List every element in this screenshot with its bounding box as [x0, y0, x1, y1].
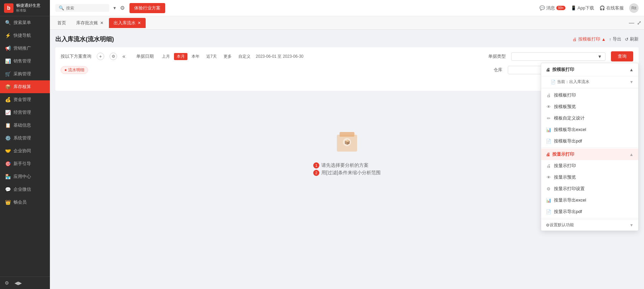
tab-inventory-batch[interactable]: 库存批次账 ✕ [71, 18, 108, 28]
sidebar-item-enterprise[interactable]: 🤝 企业协同 [0, 144, 50, 157]
date-btn-custom[interactable]: 自定义 [236, 53, 253, 60]
dropdown-item-display-print[interactable]: 🖨 按显示打印 [541, 160, 638, 172]
sidebar-item-basic[interactable]: 📋 基础信息 [0, 119, 50, 132]
dropdown-item-template-custom[interactable]: ✏ 模板自定义设计 [541, 112, 638, 124]
tab-inventory-batch-close[interactable]: ✕ [100, 21, 104, 25]
topbar-settings-icon[interactable]: ⚙ [120, 5, 125, 11]
sidebar-item-operations[interactable]: 📈 经营管理 [0, 106, 50, 119]
date-btn-last-month[interactable]: 上月 [159, 53, 173, 60]
export-label: 导出 [613, 36, 621, 42]
sidebar-item-wechat[interactable]: 💬 企业微信 [0, 183, 50, 196]
sidebar-item-system[interactable]: ⚙️ 系统管理 [0, 132, 50, 144]
sidebar-item-inventory[interactable]: 📦 库存核算 [0, 80, 50, 93]
template-custom-icon: ✏ [546, 115, 551, 121]
basic-icon: 📋 [5, 122, 11, 128]
query-btn[interactable]: 查询 [611, 51, 633, 61]
online-service-btn[interactable]: 🎧 在线客服 [599, 5, 624, 11]
refresh-btn[interactable]: ↺ 刷新 [625, 36, 639, 42]
message-icon: 💬 [539, 5, 545, 10]
dropdown-item-display-excel[interactable]: 📊 按显示导出excel [541, 194, 638, 206]
online-service-label: 在线客服 [606, 5, 624, 11]
divider-1 [541, 88, 638, 89]
filter-collapse-icon[interactable]: « [122, 53, 125, 59]
sidebar-label-inventory: 库存核算 [13, 84, 31, 90]
empty-tip-1: 1 请先选择要分析的方案 [313, 162, 381, 168]
topbar-search-input[interactable] [66, 6, 106, 10]
settings-bottom-icon[interactable]: ⚙ [5, 280, 9, 286]
sidebar-item-app-center[interactable]: 🏪 应用中心 [0, 170, 50, 183]
dropdown-panel-header: 🖨 按模板打印 ▲ [541, 63, 638, 76]
sidebar-logo: b 畅捷通好生意 标准版 [0, 0, 50, 16]
message-btn[interactable]: 💬 消息 99+ [539, 5, 565, 11]
sidebar-item-sales[interactable]: 📊 销售管理 [0, 55, 50, 68]
filter-add-btn[interactable]: + [97, 53, 104, 60]
divider-3 [541, 218, 638, 218]
wechat-icon: 💬 [5, 186, 11, 192]
topbar-dropdown-arrow[interactable]: ▼ [113, 6, 117, 10]
sidebar-label-operations: 经营管理 [13, 109, 31, 115]
dropdown-panel-collapse-arrow[interactable]: ▲ [629, 67, 634, 72]
dropdown-item-display-preview[interactable]: 👁 按显示预览 [541, 172, 638, 183]
export-btn[interactable]: ↑ 导出 [609, 36, 622, 42]
filter-settings-btn[interactable]: ⚙ [110, 53, 117, 60]
tab-minimize-btn[interactable]: — [629, 20, 634, 26]
dropdown-current-item[interactable]: 📄 当前：出入库流水 ▼ [541, 76, 638, 88]
sidebar-item-quick-nav[interactable]: ⚡ 快捷导航 [0, 29, 50, 42]
page-header: 出入库流水(流水明细) 🖨 按模板打印 ▲ ↑ 导出 ↺ [55, 35, 639, 43]
date-btn-this-year[interactable]: 本年 [189, 53, 202, 60]
sidebar-item-funds[interactable]: 💰 资金管理 [0, 93, 50, 106]
filter-label: 按以下方案查询 [61, 53, 91, 59]
display-settings-icon: ⚙ [546, 186, 551, 191]
marketing-icon: 📢 [5, 45, 11, 51]
sidebar-label-purchase: 采购管理 [13, 71, 31, 77]
refresh-label: 刷新 [630, 36, 639, 42]
sales-icon: 📊 [5, 58, 11, 64]
display-preview-label: 按显示预览 [554, 174, 576, 180]
dropdown-item-template-excel[interactable]: 📊 按模板导出excel [541, 124, 638, 135]
dropdown-item-template-preview[interactable]: 👁 按模板预览 [541, 101, 638, 112]
tag-icon: ● [64, 68, 67, 72]
industry-btn[interactable]: 体验行业方案 [129, 3, 165, 13]
sidebar-label-guide: 新手引导 [13, 161, 31, 167]
app-download-icon: 📱 [571, 5, 576, 10]
dropdown-item-template-pdf[interactable]: 📄 按模板导出pdf [541, 135, 638, 147]
app-download-btn[interactable]: 📱 App下载 [571, 5, 594, 11]
dropdown-display-print-section[interactable]: 🖨 按显示打印 ▲ [541, 149, 638, 160]
dropdown-item-display-settings[interactable]: ⚙ 按显示打印设置 [541, 183, 638, 194]
sidebar-label-quick-nav: 快捷导航 [13, 32, 31, 38]
dropdown-title-label: 按模板打印 [552, 67, 574, 73]
sidebar-item-guide[interactable]: 🎯 新手引导 [0, 157, 50, 170]
dropdown-current-label: 当前：出入库流水 [557, 79, 589, 85]
operations-icon: 📈 [5, 109, 11, 115]
sidebar-item-member[interactable]: 👑 畅会员 [0, 196, 50, 209]
topbar-search-box[interactable]: 🔍 [55, 4, 109, 12]
sidebar-item-purchase[interactable]: 🛒 采购管理 [0, 68, 50, 80]
tab-inventory-flow[interactable]: 出入库流水 ✕ [109, 18, 146, 28]
date-btn-7days[interactable]: 近7天 [204, 53, 219, 60]
enterprise-icon: 🤝 [5, 148, 11, 154]
tab-maximize-btn[interactable]: ⤢ [637, 20, 641, 26]
sidebar-item-search[interactable]: 🔍 搜索菜单 [0, 16, 50, 29]
doc-type-select[interactable]: ▼ [511, 52, 606, 61]
print-template-btn[interactable]: 🖨 按模板打印 ▲ [573, 36, 606, 42]
sidebar-label-system: 系统管理 [13, 135, 31, 141]
display-print-label: 按显示打印 [554, 163, 576, 169]
sidebar-item-marketing[interactable]: 📢 营销推广 [0, 42, 50, 55]
date-btn-more[interactable]: 更多 [221, 53, 234, 60]
logo-name: 畅捷通好生意 [16, 3, 40, 8]
doc-type-dropdown-arrow: ▼ [597, 54, 602, 59]
date-btn-this-month[interactable]: 本月 [174, 53, 187, 60]
display-section-icon: 🖨 [546, 152, 550, 157]
tab-home[interactable]: 首页 [53, 18, 71, 28]
dropdown-item-template-print[interactable]: 🖨 按模板打印 [541, 89, 638, 101]
empty-tip-2: 2 用[过滤]条件来缩小分析范围 [313, 170, 381, 176]
collapse-sidebar-icon[interactable]: ◀▶ [14, 280, 22, 286]
template-preview-icon: 👁 [546, 104, 551, 109]
tab-inventory-flow-close[interactable]: ✕ [138, 21, 141, 25]
user-profile[interactable]: Rit [629, 3, 639, 13]
headset-icon: 🎧 [599, 5, 605, 10]
page-content: 出入库流水(流水明细) 🖨 按模板打印 ▲ ↑ 导出 ↺ [50, 30, 644, 289]
dropdown-footer[interactable]: ⚙ 设置默认功能 ▼ [541, 219, 638, 231]
dropdown-item-display-pdf[interactable]: 📄 按显示导出pdf [541, 206, 638, 217]
sidebar-label-basic: 基础信息 [13, 122, 31, 128]
